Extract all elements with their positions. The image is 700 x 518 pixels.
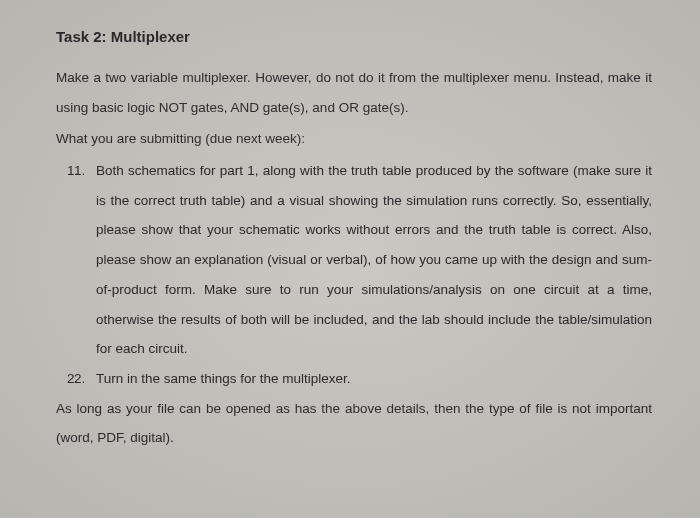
intro-paragraph-2: What you are submitting (due next week): bbox=[56, 124, 652, 154]
list-item: Turn in the same things for the multiple… bbox=[82, 364, 652, 394]
intro-paragraph-1: Make a two variable multiplexer. However… bbox=[56, 63, 652, 122]
list-item: Both schematics for part 1, along with t… bbox=[82, 156, 652, 364]
footer-paragraph: As long as your file can be opened as ha… bbox=[56, 394, 652, 453]
submission-list: Both schematics for part 1, along with t… bbox=[56, 156, 652, 394]
task-title: Task 2: Multiplexer bbox=[56, 28, 652, 45]
